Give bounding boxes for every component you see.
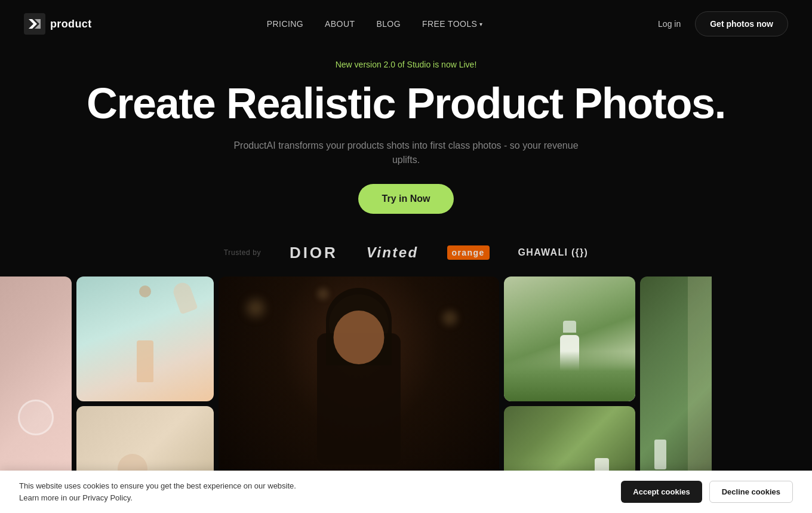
navbar: product PRICING ABOUT BLOG FREE TOOLS ▾ … [0, 0, 812, 48]
accept-cookies-button[interactable]: Accept cookies [621, 481, 702, 503]
get-photos-button[interactable]: Get photos now [695, 11, 788, 36]
nav-pricing[interactable]: PRICING [267, 19, 303, 29]
try-now-button[interactable]: Try in Now [358, 184, 454, 214]
chevron-down-icon: ▾ [479, 21, 482, 27]
nav-about[interactable]: ABOUT [325, 19, 355, 29]
ghawali-logo: GHAWALI ({}) [518, 247, 589, 258]
hero-subtitle: ProductAI transforms your products shots… [227, 139, 585, 167]
gallery-image-pink-nails [0, 277, 72, 503]
gallery-image-rightmost [640, 277, 712, 503]
nav-free-tools[interactable]: FREE TOOLS ▾ [422, 19, 483, 29]
gallery-image-skincare [504, 277, 635, 401]
gallery-col-2 [76, 277, 214, 503]
gallery-col-right2 [640, 277, 712, 503]
nav-right: Log in Get photos now [658, 11, 788, 36]
logo[interactable]: product [24, 13, 92, 35]
gallery-col-right1 [504, 277, 635, 503]
trusted-section: Trusted by DIOR Vinted orange GHAWALI ({… [0, 232, 812, 277]
cookie-buttons: Accept cookies Decline cookies [621, 481, 793, 503]
vinted-logo: Vinted [367, 244, 419, 261]
gallery-col-1 [0, 277, 72, 503]
gallery-image-perfume [76, 277, 214, 401]
dior-logo: DIOR [290, 244, 338, 262]
nav-blog[interactable]: BLOG [376, 19, 401, 29]
logo-text: product [50, 18, 92, 30]
gallery-image-woman [219, 277, 499, 503]
orange-logo: orange [447, 245, 490, 260]
trusted-by-label: Trusted by [224, 248, 261, 257]
login-button[interactable]: Log in [658, 19, 681, 29]
product-gallery [0, 277, 812, 503]
nav-links: PRICING ABOUT BLOG FREE TOOLS ▾ [267, 19, 483, 29]
decline-cookies-button[interactable]: Decline cookies [709, 481, 793, 503]
cookie-banner: This website uses cookies to ensure you … [0, 471, 812, 513]
cookie-text: This website uses cookies to ensure you … [19, 480, 296, 503]
gallery-col-center [219, 277, 499, 503]
brand-logos: DIOR Vinted orange GHAWALI ({}) [290, 244, 588, 262]
hero-section: New version 2.0 of Studio is now Live! C… [0, 48, 812, 232]
hero-announcement: New version 2.0 of Studio is now Live! [24, 60, 788, 69]
hero-title: Create Realistic Product Photos. [24, 81, 788, 127]
